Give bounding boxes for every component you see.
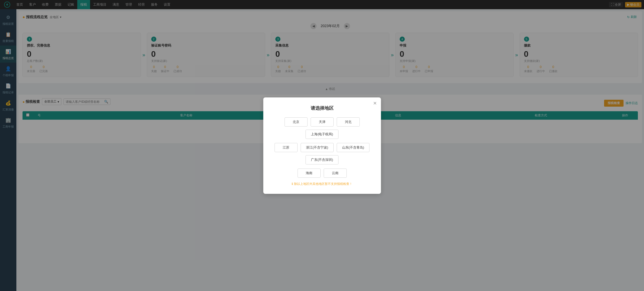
dialog-overlay: ✕ 请选择地区 北京 天津 河北 上海(电子税局) 江苏 浙江(不含宁波) 山东…: [0, 0, 644, 291]
warning-icon: ℹ: [292, 182, 293, 186]
region-btn-zhejiang[interactable]: 浙江(不含宁波): [301, 143, 334, 152]
region-grid: 北京 天津 河北 上海(电子税局): [274, 117, 371, 139]
region-btn-yunnan[interactable]: 云南: [324, 169, 347, 178]
region-btn-shandong[interactable]: 山东(不含青岛): [337, 143, 370, 152]
region-select-dialog: ✕ 请选择地区 北京 天津 河北 上海(电子税局) 江苏 浙江(不含宁波) 山东…: [263, 97, 381, 194]
region-btn-tianjin[interactable]: 天津: [311, 117, 334, 127]
warning-text: ℹ 除以上地区外其他地区暂不支持报税检查！: [274, 182, 371, 186]
region-btn-shanghai[interactable]: 上海(电子税局): [305, 130, 339, 139]
region-btn-jiangsu[interactable]: 江苏: [275, 143, 298, 152]
region-btn-guangdong[interactable]: 广东(不含深圳): [305, 155, 339, 164]
region-grid-3: 海南 云南: [274, 169, 371, 178]
dialog-close-button[interactable]: ✕: [373, 101, 377, 106]
dialog-title: 请选择地区: [274, 105, 371, 111]
region-btn-beijing[interactable]: 北京: [285, 117, 308, 127]
region-btn-hebei[interactable]: 河北: [337, 117, 360, 127]
region-btn-hainan[interactable]: 海南: [298, 169, 321, 178]
region-grid-2: 江苏 浙江(不含宁波) 山东(不含青岛) 广东(不含深圳): [274, 143, 371, 164]
